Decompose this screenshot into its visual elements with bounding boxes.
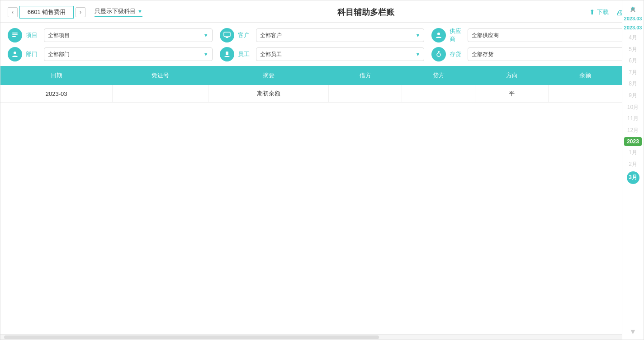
svg-point-5 — [14, 52, 16, 54]
svg-point-7 — [437, 53, 440, 57]
svg-point-4 — [437, 33, 440, 35]
department-icon — [8, 47, 22, 61]
svg-rect-2 — [12, 36, 16, 37]
filter-department: 部门 全部部门 ▼ — [8, 47, 213, 61]
employee-value: 全部员工 — [260, 51, 282, 58]
inventory-label: 存货 — [450, 50, 464, 58]
inventory-select[interactable]: 全部存货 ▼ — [468, 47, 636, 61]
col-date: 日期 — [0, 66, 113, 85]
project-select[interactable]: 全部项目 ▼ — [44, 28, 213, 42]
cell-debit — [329, 85, 402, 103]
download-icon: ⬆ — [589, 8, 595, 16]
svg-rect-6 — [226, 52, 228, 55]
supplier-icon — [431, 28, 446, 42]
right-sidebar: ▲ 2023.03 2023.03 4月 5月 6月 7月 8月 9月 10月 … — [622, 0, 644, 340]
sidebar-down-button[interactable]: ▼ — [628, 326, 639, 338]
supplier-value: 全部供应商 — [472, 32, 499, 39]
department-select[interactable]: 全部部门 ▼ — [44, 47, 213, 61]
account-name: 销售费用 — [42, 9, 66, 15]
table-header-row: 日期 凭证号 摘要 借方 贷方 方向 余额 — [0, 66, 622, 85]
customer-label: 客户 — [238, 31, 252, 39]
sidebar-year-badge[interactable]: 2023 — [624, 137, 642, 146]
page-title: 科目辅助多栏账 — [142, 7, 589, 18]
sidebar-month-2[interactable]: 2月 — [622, 159, 644, 170]
inventory-icon — [431, 47, 446, 61]
account-code: 6601 — [28, 9, 41, 15]
filter-customer: 客户 全部客户 ▼ — [220, 27, 425, 43]
employee-select[interactable]: 全部员工 ▼ — [256, 47, 425, 61]
col-debit: 借方 — [329, 66, 402, 85]
horizontal-scrollbar[interactable] — [0, 334, 625, 340]
customer-icon — [220, 28, 234, 42]
employee-label: 员工 — [238, 50, 252, 58]
employee-icon — [220, 47, 234, 61]
sidebar-date-1[interactable]: 2023.03 — [623, 14, 643, 23]
supplier-label: 供应商 — [450, 27, 464, 43]
project-value: 全部项目 — [48, 32, 70, 39]
sidebar-month-1[interactable]: 1月 — [622, 147, 644, 159]
sidebar-month-7[interactable]: 7月 — [622, 67, 644, 79]
filter-supplier: 供应商 全部供应商 ▼ — [431, 27, 636, 43]
svg-rect-0 — [12, 33, 18, 33]
close-button[interactable]: ✕ — [630, 5, 636, 15]
project-icon — [8, 28, 22, 42]
cell-voucher — [113, 85, 208, 103]
sidebar-month-6[interactable]: 6月 — [622, 55, 644, 67]
inventory-value: 全部存货 — [472, 51, 493, 58]
col-voucher: 凭证号 — [113, 66, 208, 85]
svg-rect-1 — [12, 34, 18, 35]
prev-account-button[interactable]: ‹ — [8, 7, 18, 17]
show-sub-toggle[interactable]: 只显示下级科目 ▼ — [95, 7, 142, 17]
project-label: 项目 — [26, 31, 40, 39]
table-row: 2023-03 期初余额 平 — [0, 85, 622, 103]
scroll-track — [4, 335, 379, 339]
sidebar-month-3-selected[interactable]: 3月 — [627, 171, 639, 184]
sidebar-month-10[interactable]: 10月 — [622, 102, 644, 113]
filter-employee: 员工 全部员工 ▼ — [220, 47, 425, 61]
cell-credit — [402, 85, 475, 103]
col-summary: 摘要 — [208, 66, 329, 85]
header: ‹ 6601 销售费用 › 只显示下级科目 ▼ 科目辅助多栏账 ⬆ 下载 🖨 打… — [0, 0, 644, 23]
filter-inventory: 存货 全部存货 ▼ — [431, 47, 636, 61]
filter-project: 项目 全部项目 ▼ — [8, 27, 213, 43]
data-table: 日期 凭证号 摘要 借方 贷方 方向 余额 2023-03 期初余额 平 — [0, 66, 622, 103]
nav-area: ‹ 6601 销售费用 › 只显示下级科目 ▼ — [8, 6, 142, 19]
table-container: 日期 凭证号 摘要 借方 贷方 方向 余额 2023-03 期初余额 平 — [0, 66, 622, 103]
sidebar-month-9[interactable]: 9月 — [622, 90, 644, 102]
show-sub-arrow-icon: ▼ — [137, 9, 142, 14]
customer-value: 全部客户 — [260, 32, 282, 39]
main-window: ✕ ‹ 6601 销售费用 › 只显示下级科目 ▼ 科目辅助多栏账 ⬆ 下载 🖨… — [0, 0, 644, 340]
customer-select[interactable]: 全部客户 ▼ — [256, 28, 425, 42]
col-credit: 贷方 — [402, 66, 475, 85]
customer-arrow-icon: ▼ — [415, 33, 420, 38]
sidebar-month-12[interactable]: 12月 — [622, 125, 644, 137]
cell-direction: 平 — [475, 85, 549, 103]
sidebar-month-11[interactable]: 11月 — [622, 113, 644, 125]
department-label: 部门 — [26, 50, 40, 58]
supplier-select[interactable]: 全部供应商 ▼ — [468, 28, 636, 42]
sidebar-month-5[interactable]: 5月 — [622, 44, 644, 56]
project-arrow-icon: ▼ — [204, 33, 208, 38]
sidebar-month-8[interactable]: 8月 — [622, 78, 644, 90]
col-direction: 方向 — [475, 66, 549, 85]
download-button[interactable]: ⬆ 下载 — [589, 8, 609, 16]
department-arrow-icon: ▼ — [204, 52, 208, 57]
sidebar-month-4[interactable]: 4月 — [622, 32, 644, 44]
cell-summary: 期初余额 — [208, 85, 329, 103]
show-sub-label: 只显示下级科目 — [95, 7, 136, 15]
svg-rect-3 — [224, 32, 230, 37]
employee-arrow-icon: ▼ — [415, 52, 420, 57]
sidebar-date-2[interactable]: 2023.03 — [623, 23, 643, 32]
download-label: 下载 — [597, 8, 609, 16]
col-balance: 余额 — [549, 66, 622, 85]
department-value: 全部部门 — [48, 51, 70, 58]
next-account-button[interactable]: › — [76, 7, 85, 17]
account-display: 6601 销售费用 — [19, 6, 74, 19]
cell-date: 2023-03 — [0, 85, 113, 103]
filter-area: 项目 全部项目 ▼ 客户 全部客户 ▼ 供应商 全部供应商 ▼ — [0, 23, 644, 66]
cell-balance — [549, 85, 622, 103]
